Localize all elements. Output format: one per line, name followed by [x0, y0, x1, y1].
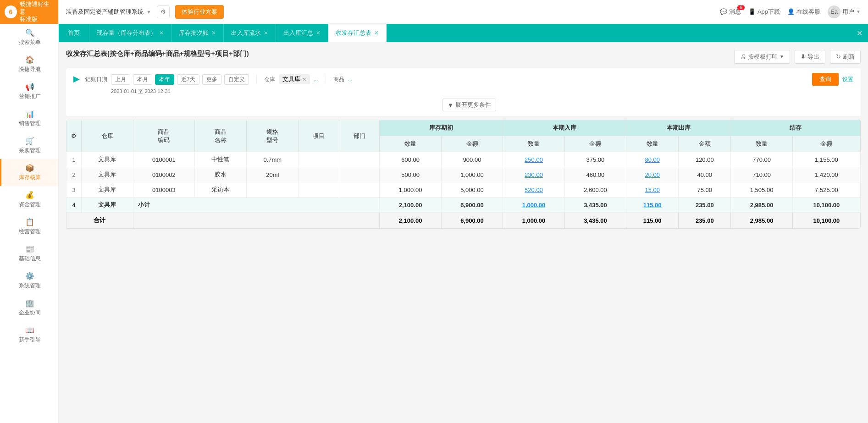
cell-bal-amt: 1,420.00 [792, 167, 860, 182]
cell-out-qty[interactable]: 15.00 [626, 182, 679, 198]
cell-dept [339, 167, 380, 182]
cell-bal-qty: 1,505.00 [731, 182, 792, 198]
expand-more-filters-button[interactable]: ▼ 展开更多条件 [442, 99, 496, 111]
cell-project [299, 152, 339, 167]
guide-icon: 📖 [25, 326, 34, 335]
sidebar-item-label: 经营管理 [19, 228, 41, 236]
tab-close-icon[interactable]: ✕ [316, 30, 321, 36]
query-button[interactable]: 查询 [812, 73, 839, 86]
date-btn-more[interactable]: 更多 [202, 74, 221, 85]
sidebar-item-operations[interactable]: 📋 经营管理 [0, 213, 58, 240]
sidebar-item-finance[interactable]: 💰 资金管理 [0, 186, 58, 213]
footer-in-amt: 3,435.00 [564, 213, 626, 229]
tab-close-icon[interactable]: ✕ [264, 30, 268, 36]
filter-arrow-icon[interactable]: ▶ [73, 74, 80, 84]
cell-out-qty[interactable]: 80.00 [626, 152, 679, 167]
settings-link[interactable]: 设置 [842, 76, 853, 83]
warehouse-filter-label: 仓库 [264, 76, 275, 83]
cell-in-qty[interactable]: 520.00 [503, 182, 564, 198]
divider2 [326, 75, 326, 84]
date-btn-custom[interactable]: 自定义 [224, 74, 249, 85]
tab-close-icon[interactable]: ✕ [159, 30, 164, 36]
cell-in-amt: 460.00 [564, 167, 626, 182]
col-bal-amt: 金额 [792, 136, 860, 152]
sidebar-item-label: 系统管理 [19, 282, 41, 290]
try-industry-button[interactable]: 体验行业方案 [175, 5, 224, 19]
tab-receive-summary[interactable]: 收发存汇总表 ✕ [328, 24, 387, 42]
cell-in-qty[interactable]: 230.00 [503, 167, 564, 182]
cell-goods-code: 0100002 [133, 167, 194, 182]
sidebar-item-sales[interactable]: 📊 销售管理 [0, 105, 58, 132]
refresh-icon: ↻ [836, 53, 841, 60]
date-filter-section: 记账日期 上月 本月 本年 近7天 更多 自定义 [85, 74, 249, 85]
footer-open-qty: 2,100.00 [380, 213, 441, 229]
goods-filter-label: 商品 [333, 76, 344, 83]
sidebar-item-purchase[interactable]: 🛒 采购管理 [0, 132, 58, 159]
warehouse-more-dots[interactable]: ... [314, 76, 318, 82]
date-btn-this-month[interactable]: 本月 [133, 74, 152, 85]
row-num: 1 [66, 152, 82, 167]
col-balance-group: 结存 [731, 120, 861, 136]
subtotal-in-qty[interactable]: 1,000.00 [503, 198, 564, 213]
date-btn-last-month[interactable]: 上月 [111, 74, 130, 85]
warehouse-tag-close[interactable]: ✕ [302, 77, 306, 82]
sidebar-item-guide[interactable]: 📖 新手引导 [0, 321, 58, 348]
tab-close-icon[interactable]: ✕ [374, 30, 379, 36]
refresh-button[interactable]: ↻ 刷新 [830, 50, 861, 64]
tab-label: 收发存汇总表 [336, 29, 371, 37]
sidebar-item-quick-nav[interactable]: 🏠 快捷导航 [0, 51, 58, 78]
tab-close-icon[interactable]: ✕ [211, 30, 216, 36]
tab-inventory-dist[interactable]: 现存量（库存分布表） ✕ [89, 24, 171, 42]
marketing-icon: 📢 [25, 82, 34, 91]
cell-in-qty[interactable]: 250.00 [503, 152, 564, 167]
settings-button[interactable]: ⚙ [157, 5, 170, 18]
sidebar-item-inventory[interactable]: 📦 库存核算 [0, 159, 58, 186]
user-action[interactable]: Ea 用户 ▼ [828, 5, 861, 18]
cell-warehouse: 文具库 [82, 167, 133, 182]
print-template-button[interactable]: 🖨 按模板打印 ▼ [734, 50, 790, 64]
tab-batch-ledger[interactable]: 库存批次账 ✕ [171, 24, 224, 42]
close-all-tabs-button[interactable]: ✕ [851, 29, 868, 38]
subtotal-open-amt: 6,900.00 [441, 198, 503, 213]
inventory-icon: 📦 [25, 164, 34, 172]
sidebar-item-search[interactable]: 🔍 搜索菜单 [0, 24, 58, 51]
sidebar-item-marketing[interactable]: 📢 营销推广 [0, 78, 58, 105]
message-action[interactable]: 💬 消息 6 [720, 8, 741, 16]
online-service-action[interactable]: 👤 在线客服 [787, 8, 820, 16]
cell-goods-code: 0100003 [133, 182, 194, 198]
footer-out-qty: 115.00 [626, 213, 679, 229]
tab-home[interactable]: 首页 [59, 24, 89, 42]
sidebar-item-enterprise[interactable]: 🏢 企业协同 [0, 294, 58, 321]
date-range-text: 2023-01-01 至 2023-12-31 [111, 88, 171, 94]
filter-bar: ▶ 记账日期 上月 本月 本年 近7天 更多 自定义 [66, 68, 861, 116]
avatar: Ea [828, 5, 840, 18]
main-content: 装备及固定资产辅助管理系统 ▼ ⚙ 体验行业方案 💬 消息 6 📱 App下载 … [59, 0, 868, 423]
tab-summary[interactable]: 出入库汇总 ✕ [276, 24, 328, 42]
goods-more-dots[interactable]: ... [348, 76, 353, 82]
dropdown-icon: ▼ [146, 9, 151, 15]
tab-flow[interactable]: 出入库流水 ✕ [224, 24, 276, 42]
col-settings[interactable]: ⚙ [66, 120, 82, 152]
export-button[interactable]: ⬇ 导出 [795, 50, 825, 64]
cell-out-qty[interactable]: 20.00 [626, 167, 679, 182]
cell-warehouse: 文具库 [82, 152, 133, 167]
subtotal-out-qty[interactable]: 115.00 [626, 198, 679, 213]
search-icon: 🔍 [25, 28, 34, 37]
date-btn-7days[interactable]: 近7天 [177, 74, 199, 85]
system-title-area: 装备及固定资产辅助管理系统 ▼ [66, 8, 151, 16]
filter-expand-row: ▼ 展开更多条件 [85, 99, 853, 111]
cell-goods-spec: 20ml [246, 167, 299, 182]
sidebar-item-system[interactable]: ⚙️ 系统管理 [0, 267, 58, 294]
subtotal-in-amt: 3,435.00 [564, 198, 626, 213]
col-in-group: 本期入库 [503, 120, 626, 136]
cell-open-amt: 900.00 [441, 152, 503, 167]
date-btn-this-year[interactable]: 本年 [155, 74, 174, 85]
col-open-qty: 数量 [380, 136, 441, 152]
app-download-action[interactable]: 📱 App下载 [748, 8, 780, 16]
operations-icon: 📋 [25, 218, 34, 226]
page-header-row: 收发存汇总表(按仓库+商品编码+商品+规格型号+项目+部门) 🖨 按模板打印 ▼… [66, 49, 861, 64]
message-icon: 💬 [720, 8, 727, 15]
sidebar-item-basic-info[interactable]: 📰 基础信息 [0, 240, 58, 267]
page-content: 收发存汇总表(按仓库+商品编码+商品+规格型号+项目+部门) 🖨 按模板打印 ▼… [59, 42, 868, 423]
cell-warehouse: 文具库 [82, 182, 133, 198]
